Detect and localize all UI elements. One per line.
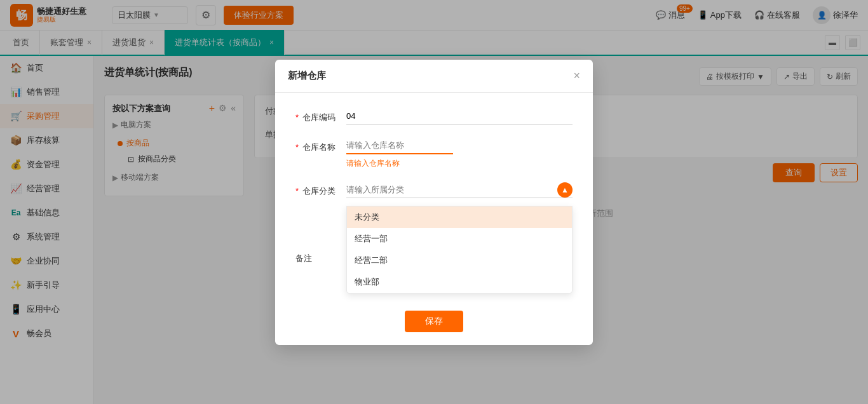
required-star-code: * bbox=[295, 112, 299, 122]
form-row-category: * 仓库分类 ▲ 未分类 经营一部 bbox=[295, 182, 573, 198]
form-row-name: * 仓库名称 请输入仓库名称 bbox=[295, 137, 573, 169]
save-button[interactable]: 保存 bbox=[405, 311, 463, 332]
required-star-name: * bbox=[295, 142, 299, 152]
add-warehouse-dialog: 新增仓库 × * 仓库编码 * 仓库名称 bbox=[275, 60, 593, 345]
modal-overlay[interactable]: 新增仓库 × * 仓库编码 * 仓库名称 bbox=[0, 0, 868, 404]
chevron-up-icon: ▲ bbox=[561, 185, 569, 194]
name-error-message: 请输入仓库名称 bbox=[346, 159, 400, 168]
category-dropdown-toggle[interactable]: ▲ bbox=[557, 182, 573, 198]
category-label: * 仓库分类 bbox=[295, 182, 346, 197]
category-input[interactable] bbox=[346, 182, 573, 198]
dialog-footer: 保存 bbox=[275, 303, 593, 345]
name-label: * 仓库名称 bbox=[295, 138, 346, 153]
name-input[interactable] bbox=[346, 137, 453, 154]
form-row-code: * 仓库编码 bbox=[295, 108, 573, 125]
dialog-body: * 仓库编码 * 仓库名称 请输入仓库名称 bbox=[275, 93, 593, 303]
dropdown-item-property[interactable]: 物业部 bbox=[347, 271, 572, 293]
required-star-category: * bbox=[295, 186, 299, 196]
dialog-close-button[interactable]: × bbox=[573, 70, 580, 81]
note-label: 备注 bbox=[295, 249, 346, 264]
category-select-wrapper: ▲ bbox=[346, 182, 573, 198]
code-input[interactable] bbox=[346, 108, 573, 125]
dropdown-item-uncategorized[interactable]: 未分类 bbox=[347, 206, 572, 228]
dialog-header: 新增仓库 × bbox=[275, 60, 593, 93]
dropdown-item-dept2[interactable]: 经营二部 bbox=[347, 250, 572, 271]
code-label: * 仓库编码 bbox=[295, 108, 346, 123]
category-dropdown-list: 未分类 经营一部 经营二部 物业部 bbox=[346, 206, 573, 293]
dropdown-item-dept1[interactable]: 经营一部 bbox=[347, 228, 572, 250]
dialog-title: 新增仓库 bbox=[288, 70, 326, 82]
